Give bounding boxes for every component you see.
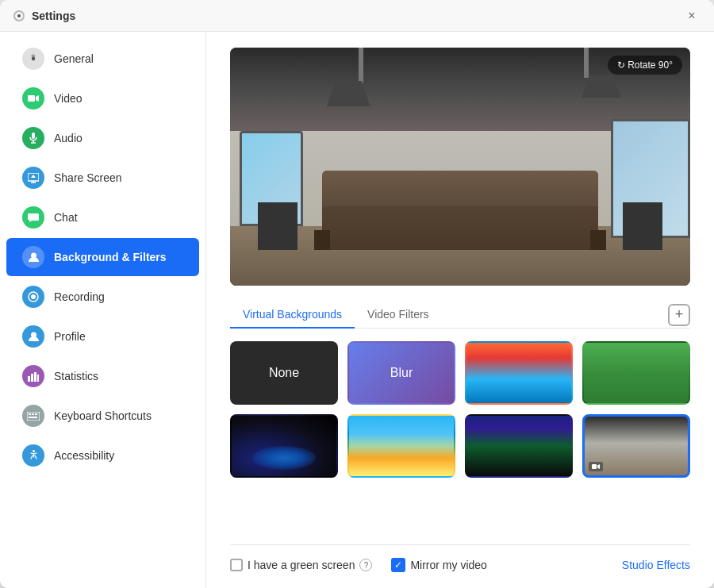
- settings-window: Settings × General Video: [0, 0, 714, 588]
- sidebar-label-chat: Chat: [54, 211, 78, 224]
- mirror-video-item: ✓ Mirror my video: [391, 558, 486, 572]
- add-background-button[interactable]: +: [668, 304, 690, 326]
- tab-virtual-backgrounds[interactable]: Virtual Backgrounds: [230, 302, 355, 329]
- background-beach[interactable]: [347, 414, 455, 478]
- sidebar-item-recording[interactable]: Recording: [6, 278, 199, 316]
- background-bridge[interactable]: [465, 341, 573, 405]
- main-content: ↻ Rotate 90° Virtual Backgrounds Video F…: [206, 32, 714, 588]
- preview-background: [230, 48, 690, 286]
- sidebar-item-chat[interactable]: Chat: [6, 198, 199, 236]
- tabs-row: Virtual Backgrounds Video Filters +: [230, 302, 690, 329]
- svg-marker-10: [31, 175, 36, 178]
- sidebar-label-recording: Recording: [54, 290, 105, 303]
- grass-preview: [584, 343, 689, 403]
- video-preview: ↻ Rotate 90°: [230, 48, 690, 286]
- sidebar-item-profile[interactable]: Profile: [6, 317, 199, 355]
- table-left: [258, 202, 298, 250]
- svg-rect-19: [27, 412, 40, 421]
- bridge-preview: [466, 343, 571, 403]
- sidebar-item-statistics[interactable]: Statistics: [6, 357, 199, 395]
- svg-rect-20: [29, 413, 31, 415]
- green-screen-checkbox[interactable]: [230, 559, 243, 571]
- sidebar-label-keyboard: Keyboard Shortcuts: [54, 409, 152, 422]
- svg-rect-4: [32, 133, 35, 139]
- green-screen-item: I have a green screen ?: [230, 559, 372, 571]
- background-aurora[interactable]: [465, 414, 573, 478]
- sidebar-label-share-screen: Share Screen: [54, 171, 122, 184]
- sidebar-item-share-screen[interactable]: Share Screen: [6, 159, 199, 197]
- sidebar-item-video[interactable]: Video: [6, 79, 199, 117]
- svg-point-24: [33, 450, 35, 452]
- titlebar: Settings ×: [0, 0, 714, 32]
- svg-rect-15: [28, 376, 30, 382]
- close-button[interactable]: ×: [682, 6, 701, 25]
- sidebar-label-general: General: [54, 52, 94, 65]
- keyboard-icon: [22, 405, 44, 427]
- mirror-video-label: Mirror my video: [410, 559, 486, 571]
- sidebar-item-general[interactable]: General: [6, 40, 199, 78]
- accessibility-icon: [22, 444, 44, 467]
- sidebar-item-accessibility[interactable]: Accessibility: [6, 436, 199, 475]
- svg-rect-22: [35, 413, 37, 415]
- help-icon[interactable]: ?: [359, 559, 372, 571]
- sidebar-item-background[interactable]: Background & Filters: [6, 238, 199, 276]
- background-icon: [22, 246, 44, 268]
- green-screen-label: I have a green screen: [248, 559, 355, 571]
- rotate-button[interactable]: ↻ Rotate 90°: [608, 56, 682, 75]
- sidebar-label-audio: Audio: [54, 132, 83, 144]
- svg-point-13: [31, 294, 36, 299]
- blur-label: Blur: [390, 366, 413, 380]
- sidebar-item-audio[interactable]: Audio: [6, 119, 199, 157]
- sidebar-label-profile: Profile: [54, 330, 86, 343]
- svg-marker-26: [597, 464, 600, 469]
- video-badge: [589, 462, 603, 471]
- video-badge-icon: [592, 463, 600, 470]
- chat-icon: [22, 206, 44, 229]
- table-right: [623, 202, 662, 250]
- svg-rect-16: [31, 374, 33, 382]
- background-grass[interactable]: [582, 341, 690, 405]
- sidebar: General Video Audio Share: [0, 32, 206, 588]
- recording-icon: [22, 286, 44, 308]
- background-blur[interactable]: Blur: [347, 341, 455, 405]
- sidebar-label-accessibility: Accessibility: [54, 449, 114, 462]
- backgrounds-grid: None Blur: [230, 341, 690, 478]
- none-label: None: [269, 366, 299, 380]
- svg-rect-23: [29, 417, 37, 418]
- svg-rect-17: [34, 372, 36, 382]
- settings-icon: [13, 10, 25, 22]
- sofa-arm-left: [314, 230, 330, 250]
- background-room[interactable]: [582, 414, 690, 478]
- svg-rect-2: [28, 95, 35, 102]
- share-screen-icon: [22, 167, 44, 189]
- statistics-icon: [22, 365, 44, 387]
- mirror-video-checkbox[interactable]: ✓: [391, 558, 405, 572]
- sidebar-label-statistics: Statistics: [54, 370, 98, 382]
- plus-icon: +: [675, 306, 684, 323]
- beach-preview: [349, 416, 454, 476]
- footer: I have a green screen ? ✓ Mirror my vide…: [230, 544, 690, 572]
- tab-video-filters[interactable]: Video Filters: [355, 302, 442, 329]
- sofa-arm-right: [590, 230, 606, 250]
- sidebar-label-background: Background & Filters: [54, 251, 167, 263]
- lamp-cord-left: [359, 48, 363, 83]
- studio-effects-link[interactable]: Studio Effects: [622, 559, 690, 571]
- svg-rect-21: [32, 413, 34, 415]
- window-title: Settings: [32, 10, 682, 22]
- sidebar-item-keyboard[interactable]: Keyboard Shortcuts: [6, 397, 199, 435]
- profile-icon: [22, 325, 44, 348]
- background-space[interactable]: [230, 414, 338, 478]
- svg-marker-3: [36, 95, 39, 102]
- video-icon: [22, 87, 44, 110]
- content-area: General Video Audio Share: [0, 32, 714, 588]
- svg-rect-25: [592, 464, 597, 469]
- svg-point-0: [17, 14, 21, 17]
- sofa: [322, 171, 598, 250]
- sofa-back: [322, 171, 598, 206]
- sidebar-label-video: Video: [54, 92, 83, 105]
- general-icon: [22, 48, 44, 70]
- audio-icon: [22, 127, 44, 149]
- lamp-cord-right: [584, 48, 589, 78]
- background-none[interactable]: None: [230, 341, 338, 405]
- svg-rect-18: [37, 375, 39, 382]
